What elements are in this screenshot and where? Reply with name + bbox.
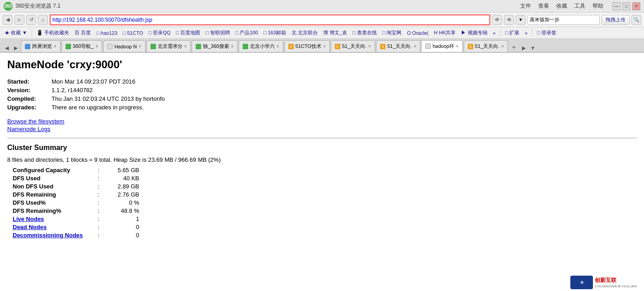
- bookmark-51cto[interactable]: □ 51CTO: [121, 29, 145, 37]
- decommissioning-nodes-value: 0: [103, 232, 139, 239]
- menu-favorites[interactable]: 收藏: [556, 2, 567, 10]
- bookmark-qq[interactable]: □ 登录QQ: [147, 28, 173, 37]
- bookmark-more2[interactable]: »: [523, 29, 529, 37]
- dead-nodes-link[interactable]: Dead Nodes: [13, 224, 47, 230]
- tab-51-tianting1[interactable]: 5 51_天天向. ×: [331, 40, 375, 52]
- title-bar: 360 360安全浏览器 7.1 文件 查看 收藏 工具 帮助 — □ ×: [0, 0, 644, 13]
- tab-close-51-tianting3[interactable]: ×: [501, 44, 504, 49]
- version-value: 1.1.2, r1440782: [52, 87, 93, 94]
- tab-51cto-tech[interactable]: 5 51CTO技术 ×: [284, 40, 330, 52]
- menu-file[interactable]: 文件: [520, 2, 531, 10]
- cluster-table: Configured Capacity : 5.65 GB DFS Used :…: [13, 167, 637, 239]
- bookmark-zhilian[interactable]: □ 智联招聘: [204, 28, 232, 37]
- address-bar[interactable]: http://192.168.42.100:50070/dfshealth.js…: [50, 14, 490, 25]
- tab-close-51cto-tech[interactable]: ×: [323, 44, 326, 49]
- tab-close-51-tianting1[interactable]: ×: [368, 44, 371, 49]
- minimize-button[interactable]: —: [612, 2, 620, 10]
- search-input[interactable]: [527, 15, 600, 25]
- tab-left-nav[interactable]: ◀: [3, 44, 11, 52]
- refresh-icon-button[interactable]: ⟳: [492, 15, 502, 25]
- home-button[interactable]: ⌂: [38, 15, 48, 25]
- started-label: Started:: [7, 78, 48, 85]
- address-text: http://192.168.42.100:50070/dfshealth.js…: [52, 17, 488, 23]
- sep-9: :: [94, 232, 103, 239]
- bookmarks-bar: ★ 收藏 ▼ 📱 手机收藏夹 百 百度 □ hao123 □ 51CTO □ 登…: [0, 27, 644, 39]
- tab-360nav[interactable]: 360导航_ ×: [61, 40, 102, 52]
- tab-close-hadoop-env[interactable]: ×: [456, 44, 459, 49]
- version-label: Version:: [7, 87, 48, 94]
- menu-help[interactable]: 帮助: [592, 2, 603, 10]
- bookmark-chaxun[interactable]: □ 查查在线: [351, 28, 379, 37]
- tab-label-360search: 独_360搜索: [203, 43, 229, 50]
- bookmark-oracle[interactable]: O Oracle(: [405, 29, 431, 37]
- dfs-remaining-value: 2.76 GB: [103, 191, 139, 198]
- tab-close-360search[interactable]: ×: [231, 44, 234, 49]
- dfs-used-pct-value: 0 %: [103, 199, 139, 206]
- tab-close-beijing-req[interactable]: ×: [184, 44, 187, 49]
- decommissioning-nodes-link[interactable]: Decommissioning Nodes: [13, 232, 83, 239]
- menu-tools[interactable]: 工具: [574, 2, 585, 10]
- title-bar-right: 文件 查看 收藏 工具 帮助 — □ ×: [520, 2, 640, 10]
- search-icon-button[interactable]: 🔍: [631, 15, 641, 25]
- bookmark-bowen[interactable]: 博 博文_袁: [321, 28, 349, 37]
- dead-nodes-label: Dead Nodes: [13, 224, 94, 230]
- address-host: http://192.168.42.100: [52, 17, 103, 23]
- tab-360search[interactable]: 独_360搜索 ×: [192, 40, 237, 52]
- tab-favicon-51-tianting1: 5: [335, 44, 340, 49]
- maximize-button[interactable]: □: [622, 2, 630, 10]
- dropdown-button[interactable]: ▼: [516, 15, 526, 25]
- bookmark-map[interactable]: □ 百度地图: [174, 28, 202, 37]
- title-text: 360安全浏览器 7.1: [15, 2, 61, 10]
- links-section: Browse the filesystem Namenode Logs: [7, 118, 637, 132]
- tab-close-kuaping[interactable]: ×: [54, 44, 56, 49]
- browse-filesystem-link[interactable]: Browse the filesystem: [7, 118, 637, 125]
- configured-capacity-value: 5.65 GB: [103, 167, 139, 174]
- tab-close-51-tianting2[interactable]: ×: [414, 44, 416, 49]
- bookmark-product100[interactable]: □ 产品100: [234, 28, 260, 37]
- close-button[interactable]: ×: [632, 2, 640, 10]
- bookmark-baidu[interactable]: 百 百度: [73, 28, 93, 37]
- tab-close-hadoop-n[interactable]: ×: [139, 44, 141, 49]
- tab-51-tianting3[interactable]: 5 51_天天向. ×: [464, 40, 508, 52]
- bookmark-163[interactable]: □ 163邮箱: [262, 28, 288, 37]
- tab-beijing-school[interactable]: 北京小学六 ×: [239, 40, 283, 52]
- tab-close-360nav[interactable]: ×: [95, 44, 98, 49]
- tab-label-hadoop-env: hadoop环: [432, 43, 454, 50]
- decommissioning-nodes-label: Decommissioning Nodes: [13, 232, 94, 239]
- tab-beijing-req[interactable]: 北京需求分 ×: [146, 40, 191, 52]
- tab-right-nav[interactable]: ▶: [12, 44, 20, 52]
- bookmark-more[interactable]: »: [491, 29, 498, 37]
- upload-button[interactable]: 拖拽上传: [602, 15, 630, 25]
- back-button[interactable]: ◀: [3, 15, 13, 25]
- bookmark-video[interactable]: ▶ 视频专辑: [459, 28, 489, 37]
- configured-capacity-label: Configured Capacity: [13, 167, 94, 174]
- bookmark-mobile[interactable]: 📱 手机收藏夹: [35, 28, 71, 37]
- bookmark-extend[interactable]: □ 扩展: [503, 28, 522, 37]
- dead-nodes-value: 0: [103, 224, 139, 230]
- bookmark-beijing[interactable]: 北 北京联合: [290, 28, 320, 37]
- tab-dropdown[interactable]: ▼: [529, 44, 537, 52]
- menu-view[interactable]: 查看: [538, 2, 549, 10]
- bookmark-hao123[interactable]: □ hao123: [94, 29, 119, 37]
- tab-hadoop-env[interactable]: hadoop环 ×: [421, 40, 463, 52]
- bookmark-login[interactable]: □ 登录签: [535, 28, 558, 37]
- tab-right-scroll[interactable]: ▶: [520, 44, 528, 52]
- tab-51-tianting2[interactable]: 5 51_天天向. ×: [376, 40, 420, 52]
- live-nodes-link[interactable]: Live Nodes: [13, 216, 44, 222]
- tab-kuaping[interactable]: 跨屏浏览 ×: [21, 40, 61, 52]
- refresh-button[interactable]: ↺: [26, 15, 36, 25]
- bookmark-hk[interactable]: H HK共享: [432, 28, 457, 37]
- nav-icon-2[interactable]: ⟲: [504, 15, 514, 25]
- tab-favicon-hadoop-env: [425, 43, 431, 49]
- bookmark-taobao[interactable]: □ 淘宝网: [381, 28, 404, 37]
- namenode-logs-link[interactable]: Namenode Logs: [7, 126, 637, 132]
- sep-6: :: [94, 207, 103, 214]
- page-title: NameNode 'crxy:9000': [7, 58, 637, 71]
- cluster-row-live-nodes: Live Nodes : 1: [13, 216, 637, 222]
- forward-button[interactable]: ▶: [14, 15, 24, 25]
- new-tab-button[interactable]: +: [509, 42, 519, 52]
- bookmark-favorites[interactable]: ★ 收藏 ▼: [3, 28, 29, 37]
- sep-2: :: [94, 175, 103, 182]
- tab-hadoop-n[interactable]: Hadoop N ×: [103, 40, 145, 52]
- tab-close-beijing-school[interactable]: ×: [277, 44, 279, 49]
